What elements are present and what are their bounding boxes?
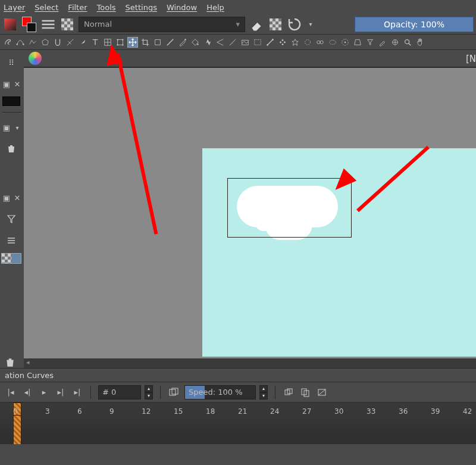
- polyline-select-tool[interactable]: [27, 37, 38, 48]
- magnetic-select-tool[interactable]: [52, 37, 63, 48]
- fill-tool[interactable]: [190, 37, 201, 48]
- layers-close-button[interactable]: ✕: [13, 189, 21, 207]
- layer-thumb[interactable]: [1, 253, 21, 264]
- duplicate-frame-button[interactable]: [299, 386, 311, 398]
- menu-help[interactable]: Help: [206, 3, 224, 12]
- horizontal-scrollbar[interactable]: [24, 358, 476, 368]
- prev-frame-button[interactable]: ◂|: [21, 386, 33, 398]
- perspective-tool[interactable]: [352, 37, 363, 48]
- play-button[interactable]: ▸: [38, 386, 50, 398]
- docker-collapse-button[interactable]: ▣: [2, 75, 11, 93]
- trash-button[interactable]: [2, 140, 20, 158]
- remove-frame-button[interactable]: [316, 386, 328, 398]
- polygon-select-tool[interactable]: [40, 37, 51, 48]
- rect-select-tool[interactable]: [252, 37, 263, 48]
- crop-tool[interactable]: [140, 37, 151, 48]
- layer-thumb-icon: [2, 254, 11, 263]
- eyedropper-tool[interactable]: [377, 37, 388, 48]
- color-thumb[interactable]: [2, 96, 20, 106]
- timeline[interactable]: 03691215182124273033363942: [0, 402, 476, 444]
- deform-tool[interactable]: [277, 37, 288, 48]
- spin-down-icon: ▾: [259, 392, 268, 400]
- pattern-button[interactable]: [60, 17, 75, 32]
- animation-panel-tab[interactable]: ation Curves: [0, 368, 476, 382]
- smart-fill-icon: [203, 38, 212, 46]
- docker-tab-dots[interactable]: ⠿: [2, 54, 20, 71]
- eraser-mode-button[interactable]: [249, 17, 264, 32]
- docker-options-chevron[interactable]: ▾: [13, 118, 21, 136]
- polyline-select-icon: [29, 38, 37, 46]
- color-swatches[interactable]: [21, 17, 37, 32]
- freehand-select-tool[interactable]: [2, 37, 13, 48]
- ruler-tick: 21: [238, 407, 247, 416]
- frame-number-input[interactable]: # 0: [98, 385, 141, 400]
- filter-button[interactable]: [2, 210, 20, 228]
- similar-select-tool[interactable]: [340, 37, 350, 48]
- alpha-lock-button[interactable]: [268, 17, 283, 32]
- reload-brush-button[interactable]: [287, 17, 302, 32]
- menu-layer[interactable]: Layer: [4, 3, 25, 12]
- similar-select-icon: [341, 38, 349, 46]
- edit-shapes-tool[interactable]: [65, 37, 76, 48]
- smart-fill-tool[interactable]: [202, 37, 213, 48]
- toolbox: [0, 35, 476, 50]
- blend-mode-label: Normal: [84, 20, 112, 29]
- lazy-brush-tool[interactable]: [390, 37, 400, 48]
- drop-frames-button[interactable]: [168, 386, 180, 398]
- menu-tools[interactable]: Tools: [97, 3, 116, 12]
- keyframe[interactable]: [13, 416, 21, 444]
- funnel-icon: [7, 214, 16, 224]
- pattern-edit-tool[interactable]: [102, 37, 113, 48]
- zoom-tool[interactable]: [402, 37, 413, 48]
- gradient-tool[interactable]: [265, 37, 275, 48]
- list-button[interactable]: [2, 232, 20, 249]
- docker-close-button[interactable]: ✕: [13, 75, 21, 93]
- dyna-brush-tool[interactable]: [302, 37, 313, 48]
- filter-brush-tool[interactable]: [365, 37, 375, 48]
- line-tool[interactable]: [165, 37, 176, 48]
- contiguous-select-tool[interactable]: [290, 37, 300, 48]
- gradient-button[interactable]: [2, 17, 18, 32]
- assistant-tool[interactable]: [215, 37, 226, 48]
- speed-spinner[interactable]: ▴▾: [259, 385, 268, 400]
- pan-tool[interactable]: [415, 37, 425, 48]
- svg-point-20: [345, 41, 346, 43]
- delete-layer-button[interactable]: [5, 357, 15, 370]
- text-tool[interactable]: [90, 37, 101, 48]
- bezier-select-tool[interactable]: [15, 37, 26, 48]
- next-frame-button[interactable]: ▸|: [55, 386, 67, 398]
- multi-brush-tool[interactable]: [315, 37, 325, 48]
- opacity-slider[interactable]: Opacity: 100%: [355, 17, 474, 32]
- canvas-viewport[interactable]: [24, 68, 476, 358]
- calligraphy-icon: [79, 38, 87, 46]
- brush-tool[interactable]: [152, 37, 163, 48]
- calligraphy-tool[interactable]: [77, 37, 88, 48]
- skip-end-button[interactable]: ▸|: [71, 386, 83, 398]
- timeline-ruler[interactable]: 03691215182124273033363942: [0, 402, 476, 416]
- skip-start-button[interactable]: |◂: [5, 386, 17, 398]
- brush-preset-button[interactable]: [40, 17, 56, 32]
- transform-bounds[interactable]: [227, 178, 352, 238]
- timeline-tracks[interactable]: [0, 416, 476, 444]
- frame-spinner[interactable]: ▴▾: [145, 385, 153, 400]
- doc-tab-label[interactable]: [N: [466, 54, 476, 64]
- docker-options-button[interactable]: ▣: [2, 118, 11, 136]
- color-picker-tool[interactable]: [177, 37, 188, 48]
- menu-window[interactable]: Window: [167, 3, 197, 12]
- transform-tool[interactable]: [115, 37, 126, 48]
- measure-tool[interactable]: [227, 37, 238, 48]
- move-tool[interactable]: [127, 37, 138, 48]
- crop-icon: [141, 38, 149, 46]
- checker-icon: [270, 18, 281, 30]
- speed-slider[interactable]: Speed: 100 %: [184, 385, 256, 400]
- menu-filter[interactable]: Filter: [68, 3, 87, 12]
- more-button[interactable]: ▾: [306, 17, 315, 32]
- onion-skin-button[interactable]: [283, 386, 295, 398]
- blend-mode-select[interactable]: Normal: [79, 17, 245, 32]
- ellipse-select-tool[interactable]: [327, 37, 338, 48]
- menu-settings[interactable]: Settings: [126, 3, 157, 12]
- reference-tool[interactable]: [240, 37, 250, 48]
- layers-collapse-button[interactable]: ▣: [2, 189, 11, 207]
- menu-select[interactable]: Select: [35, 3, 58, 12]
- transform-icon: [116, 38, 124, 46]
